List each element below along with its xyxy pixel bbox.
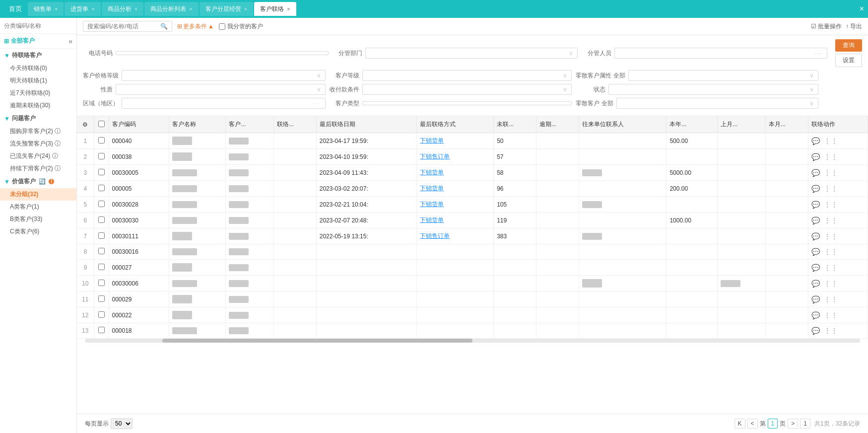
last-method-link[interactable]: 下销售订单	[420, 153, 450, 160]
contact-action-icon[interactable]: 💬	[811, 232, 820, 240]
more-action-icon[interactable]: ⋮⋮	[824, 185, 838, 193]
contact-action-icon[interactable]: 💬	[811, 311, 820, 319]
more-conditions-btn[interactable]: ⊞ 更多条件 ▲	[177, 22, 214, 31]
contact-action-icon[interactable]: 💬	[811, 137, 820, 145]
prev-page-btn[interactable]: <	[747, 419, 758, 429]
sidebar-search-input[interactable]	[4, 22, 77, 29]
next-page-btn[interactable]: >	[788, 419, 798, 429]
sidebar-item-ungroup[interactable]: 未分组(32)	[0, 188, 76, 201]
sidebar-item-churned[interactable]: 已流失客户(24) ⓘ	[0, 150, 76, 162]
settings-gear-icon[interactable]: ⚙	[82, 121, 88, 128]
contact-action-icon[interactable]: 💬	[811, 216, 820, 224]
contact-action-icon[interactable]: 💬	[811, 248, 820, 256]
last-method-link[interactable]: 下销售订单	[420, 232, 450, 239]
row-checkbox[interactable]	[98, 232, 105, 239]
more-action-icon[interactable]: ⋮⋮	[824, 295, 838, 303]
more-action-icon[interactable]: ⋮⋮	[824, 169, 838, 177]
row-checkbox-cell[interactable]	[94, 213, 109, 228]
row-checkbox-cell[interactable]	[94, 244, 109, 260]
last-method-link[interactable]: 下销货单	[420, 216, 444, 223]
contact-action-icon[interactable]: 💬	[811, 280, 820, 288]
sidebar-item-today[interactable]: 今天待联络(0)	[0, 62, 76, 74]
row-checkbox-cell[interactable]	[94, 307, 109, 323]
phone-input[interactable]	[116, 51, 329, 55]
close-contact-tab[interactable]: ×	[287, 6, 290, 12]
last-method-link[interactable]: 下销货单	[420, 185, 444, 192]
tab-sales[interactable]: 销售单 ×	[28, 2, 64, 16]
tab-product-analysis-list[interactable]: 商品分析列表 ×	[144, 2, 198, 16]
my-customers-checkbox[interactable]: 我分管的客户	[219, 22, 263, 31]
row-checkbox-cell[interactable]	[94, 133, 109, 149]
last-method-link[interactable]: 下销货单	[420, 201, 444, 208]
row-checkbox[interactable]	[98, 201, 105, 207]
contact-action-icon[interactable]: 💬	[811, 169, 820, 177]
sidebar-item-hoarding[interactable]: 囤购异常客户(2) ⓘ	[0, 125, 76, 138]
row-checkbox-cell[interactable]	[94, 181, 109, 197]
first-page-btn[interactable]: K	[734, 419, 745, 429]
export-btn[interactable]: ↑ 导出	[846, 22, 862, 31]
sidebar-group-problem[interactable]: ▼ 问题客户	[0, 112, 76, 125]
close-sales-tab[interactable]: ×	[55, 6, 58, 12]
row-checkbox-cell[interactable]	[94, 291, 109, 307]
status-input[interactable]: ∨	[608, 84, 818, 95]
row-checkbox-cell[interactable]	[94, 260, 109, 276]
row-checkbox[interactable]	[98, 185, 105, 191]
payment-input[interactable]: ∨	[362, 84, 572, 95]
sidebar-item-overdue[interactable]: 逾期未联络(30)	[0, 99, 76, 112]
collapse-sidebar-icon[interactable]: «	[68, 37, 72, 45]
sidebar-item-class-a[interactable]: A类客户(1)	[0, 201, 76, 213]
per-page-select[interactable]: 50	[111, 418, 133, 429]
row-checkbox[interactable]	[98, 264, 105, 270]
retail-attr-input[interactable]: ∨	[628, 70, 818, 81]
sidebar-item-class-c[interactable]: C类客户(6)	[0, 225, 76, 238]
close-analysis-tab[interactable]: ×	[134, 6, 137, 12]
row-checkbox-cell[interactable]	[94, 323, 109, 339]
row-checkbox-cell[interactable]	[94, 228, 109, 244]
row-checkbox[interactable]	[98, 248, 105, 254]
row-checkbox-cell[interactable]	[94, 165, 109, 181]
horizontal-scrollbar[interactable]	[85, 339, 860, 343]
tab-customer-layer[interactable]: 客户分层经营 ×	[200, 2, 253, 16]
query-btn[interactable]: 查询	[835, 39, 862, 52]
more-action-icon[interactable]: ⋮⋮	[824, 201, 838, 209]
row-checkbox[interactable]	[98, 137, 105, 144]
manager-input[interactable]: ···	[614, 48, 827, 59]
more-action-icon[interactable]: ⋮⋮	[824, 153, 838, 161]
more-action-icon[interactable]: ⋮⋮	[824, 232, 838, 240]
sidebar-item-churn-warning[interactable]: 流失预警客户(3) ⓘ	[0, 138, 76, 150]
sidebar-item-declining[interactable]: 持续下滑客户(2) ⓘ	[0, 162, 76, 175]
customer-type-input[interactable]	[362, 101, 572, 105]
row-checkbox-cell[interactable]	[94, 149, 109, 165]
tab-purchase[interactable]: 进货单 ×	[65, 2, 100, 16]
row-checkbox[interactable]	[98, 169, 105, 175]
more-action-icon[interactable]: ⋮⋮	[824, 327, 838, 335]
contact-action-icon[interactable]: 💬	[811, 264, 820, 272]
th-settings[interactable]: ⚙	[77, 116, 94, 133]
close-purchase-tab[interactable]: ×	[91, 6, 94, 12]
close-layer-tab[interactable]: ×	[244, 6, 247, 12]
row-checkbox-cell[interactable]	[94, 276, 109, 291]
row-checkbox[interactable]	[98, 153, 105, 159]
close-all-tabs[interactable]: ×	[860, 4, 864, 13]
my-customers-check[interactable]	[219, 23, 225, 30]
sidebar-item-tomorrow[interactable]: 明天待联络(1)	[0, 74, 76, 87]
reset-btn[interactable]: 设置	[835, 54, 862, 67]
price-level-input[interactable]: ∨	[122, 70, 326, 81]
last-method-link[interactable]: 下销货单	[420, 169, 444, 176]
close-analysis-list-tab[interactable]: ×	[189, 6, 192, 12]
nature-input[interactable]: ∨	[116, 84, 326, 95]
last-method-link[interactable]: 下销货单	[420, 137, 444, 144]
search-input[interactable]	[87, 23, 158, 30]
row-checkbox[interactable]	[98, 216, 105, 223]
row-checkbox[interactable]	[98, 280, 105, 286]
tab-product-analysis[interactable]: 商品分析 ×	[102, 2, 143, 16]
batch-op-btn[interactable]: ☑ 批量操作	[811, 22, 842, 31]
last-page-btn[interactable]: 1	[800, 419, 810, 429]
more-action-icon[interactable]: ⋮⋮	[824, 280, 838, 288]
sidebar-group-pending[interactable]: ▼ 待联络客户	[0, 49, 76, 62]
more-action-icon[interactable]: ⋮⋮	[824, 264, 838, 272]
sidebar-item-7days[interactable]: 近7天待联络(0)	[0, 87, 76, 99]
region-input[interactable]: ···	[122, 98, 326, 109]
sidebar-item-class-b[interactable]: B类客户(33)	[0, 213, 76, 225]
more-action-icon[interactable]: ⋮⋮	[824, 248, 838, 256]
